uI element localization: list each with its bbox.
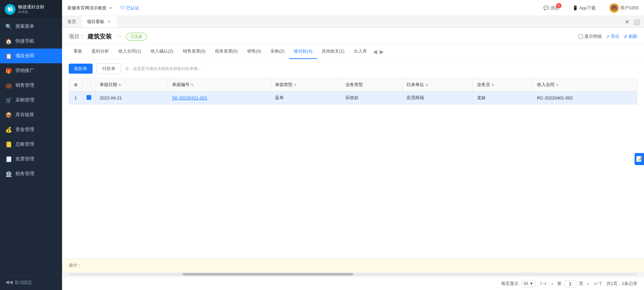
sidebar-label-inventory: 库存核算 — [15, 112, 34, 118]
sidebar-item-search[interactable]: 🔍 搜索菜单 — [0, 19, 62, 34]
logo-icon: 畅 — [5, 4, 15, 15]
message-button[interactable]: 💬 消息 1 — [543, 5, 559, 11]
tab-home[interactable]: 首页 — [62, 16, 82, 27]
sidebar-item-inventory[interactable]: 📦 库存核算 — [0, 107, 62, 122]
scrollbar-thumb[interactable] — [182, 273, 353, 276]
sidebar-item-project-contract[interactable]: 📋 项目合同 — [0, 49, 62, 63]
sub-nav-income-contract[interactable]: 收入合同(1) — [114, 44, 146, 59]
sub-nav-next[interactable]: ▶ — [378, 49, 385, 55]
page-next-button[interactable]: › — [586, 280, 590, 287]
th-salesperson[interactable]: 业务员 ⇅ — [473, 78, 533, 91]
sidebar-item-finance[interactable]: 💰 资金管理 — [0, 122, 62, 137]
sales-icon: 💼 — [5, 82, 12, 89]
sidebar-item-marketing[interactable]: 🎁 营销推广 — [0, 63, 62, 78]
side-note-button[interactable]: 📝 — [635, 153, 644, 165]
certified-badge: 🛡 已认证 — [120, 5, 139, 11]
row-type: 蓝单 — [271, 91, 341, 104]
page-prev-button[interactable]: ‹ — [550, 280, 554, 287]
th-biz-type: 业务类型 — [341, 78, 402, 91]
receipt-tab-button[interactable]: 收款单 — [69, 64, 93, 74]
sidebar-item-ledger[interactable]: 📒 总账管理 — [0, 137, 62, 152]
sidebar-item-quick-nav[interactable]: 🏠 快捷导航 — [0, 34, 62, 49]
app-download-button[interactable]: 📱 App下载 — [573, 5, 596, 11]
logo-text-block: 畅捷通好业财 标准版 — [18, 4, 44, 15]
sub-nav-tax-invoice[interactable]: 税务发票(0) — [210, 44, 243, 59]
sidebar-label-purchase: 采购管理 — [15, 97, 34, 103]
scrollbar-track[interactable] — [69, 273, 637, 276]
export-button[interactable]: ↗ 导出 — [606, 33, 620, 40]
refresh-button[interactable]: ↺ 刷新 — [624, 33, 637, 40]
sub-nav-sales-invoice[interactable]: 销售发票(0) — [178, 44, 210, 59]
sidebar-item-purchase[interactable]: 🛒 采购管理 — [0, 93, 62, 107]
close-icon[interactable]: ✕ — [106, 19, 112, 24]
main-content: 新服务官网演示账套 ▼ 🛡 已认证 💬 消息 1 📱 App下载 🐻 用 — [62, 0, 644, 290]
th-partner[interactable]: 往来单位 ⇅ — [402, 78, 473, 91]
user-profile-button[interactable]: 🐻 用户3355 — [609, 3, 639, 13]
th-number[interactable]: 单据编号 ⇅ — [168, 78, 271, 91]
project-icon: 📋 — [5, 53, 12, 59]
page-first-button[interactable]: ⊺⊣ — [538, 280, 547, 287]
page-input[interactable] — [564, 280, 576, 287]
sidebar-label-ledger: 总账管理 — [15, 141, 34, 147]
sidebar-label-project-contract: 项目合同 — [15, 53, 34, 59]
account-selector[interactable]: 新服务官网演示账套 ▼ — [67, 5, 112, 11]
th-type[interactable]: 单据类型 ⇅ — [271, 78, 341, 91]
total-info: 共1页，1条记录 — [606, 281, 637, 287]
table-row[interactable]: 1 2022-04-21 SK-20220421-001 蓝单 应收款 宏茂商场… — [69, 91, 637, 104]
tab-project-board-label: 项目看板 — [87, 19, 104, 25]
row-select-checkbox[interactable] — [87, 95, 91, 100]
sub-nav-income-confirm[interactable]: 收入确认(2) — [146, 44, 178, 59]
table-container: ⚙ 单据日期 ⇅ 单据编号 — [62, 78, 644, 259]
sidebar-unpin-button[interactable]: ◀◀ 取消固定 — [0, 275, 62, 290]
sub-nav-payment[interactable]: 收付款(4) — [289, 44, 317, 59]
sub-nav-other-expense[interactable]: 其他收支(1) — [317, 44, 349, 59]
tab-project-board[interactable]: 项目看板 ✕ — [82, 16, 117, 27]
show-detail-checkbox[interactable]: 显示明细 — [579, 33, 602, 40]
summary-label: 合计： — [69, 262, 82, 268]
sidebar-item-invoice[interactable]: 🧾 发票管理 — [0, 152, 62, 166]
show-detail-label: 显示明细 — [584, 33, 602, 40]
th-checkbox[interactable] — [83, 78, 96, 91]
page-title-prefix: 项目： — [69, 33, 85, 40]
sub-nav-profit[interactable]: 盈利分析 — [87, 44, 114, 59]
sidebar-item-tax[interactable]: 🏦 税务管理 — [0, 166, 62, 181]
page-title-name: 建筑安装 — [88, 32, 112, 41]
avatar: 🐻 — [609, 3, 619, 13]
show-detail-input[interactable] — [579, 34, 583, 39]
tabbar-container: 首页 项目看板 ✕ ✕ ⬜ — [62, 16, 644, 28]
row-checkbox[interactable] — [83, 91, 96, 104]
more-icon[interactable]: ··· — [116, 33, 122, 40]
sort-icon-salesperson: ⇅ — [491, 83, 494, 87]
page-title: 项目： 建筑安装 — [69, 32, 112, 41]
sort-icon-number: ⇅ — [191, 83, 194, 87]
row-seq: 1 — [69, 91, 83, 104]
row-number[interactable]: SK-20220421-001 — [168, 91, 271, 104]
select-all-checkbox[interactable] — [87, 82, 91, 87]
account-name: 新服务官网演示账套 — [67, 5, 107, 11]
horizontal-scrollbar[interactable] — [62, 272, 644, 277]
content-toolbar: 收款单 付款单 注：这里是与项目关联的全部收付款单哦～ — [62, 59, 644, 78]
record-link[interactable]: SK-20220421-001 — [172, 95, 208, 100]
close-window-button[interactable]: ✕ — [625, 19, 629, 25]
sidebar-item-sales[interactable]: 💼 销售管理 — [0, 78, 62, 93]
per-page-select[interactable]: 50 ▼ — [521, 280, 536, 287]
refresh-icon: ↺ — [624, 34, 627, 39]
sub-nav-in-out[interactable]: 出入库 — [349, 44, 372, 59]
sidebar-scroll: 🔍 搜索菜单 🏠 快捷导航 📋 项目合同 🎁 营销推广 💼 销售管理 🛒 采购管… — [0, 19, 62, 275]
th-income-contract[interactable]: 收入合同 ⇅ — [533, 78, 637, 91]
maximize-window-button[interactable]: ⬜ — [633, 19, 640, 25]
th-date[interactable]: 单据日期 ⇅ — [96, 78, 168, 91]
table-header: ⚙ 单据日期 ⇅ 单据编号 — [69, 78, 637, 91]
status-badge: 已生效 — [126, 33, 147, 41]
page-last-button[interactable]: ⊢⊤ — [593, 280, 604, 287]
sub-nav-kanban[interactable]: 看板 — [69, 44, 87, 59]
sub-nav-prev[interactable]: ◀ — [372, 49, 378, 55]
unpin-icon: ◀◀ — [5, 279, 12, 286]
th-settings[interactable]: ⚙ — [69, 78, 83, 91]
sub-nav-purchase[interactable]: 采购(2) — [266, 44, 289, 59]
payment-tab-button[interactable]: 付款单 — [97, 63, 121, 74]
page-suffix: 页 — [579, 281, 583, 287]
page-header-right: 显示明细 ↗ 导出 ↺ 刷新 — [579, 33, 637, 40]
finance-icon: 💰 — [5, 126, 12, 133]
sub-nav-sales[interactable]: 销售(0) — [243, 44, 266, 59]
